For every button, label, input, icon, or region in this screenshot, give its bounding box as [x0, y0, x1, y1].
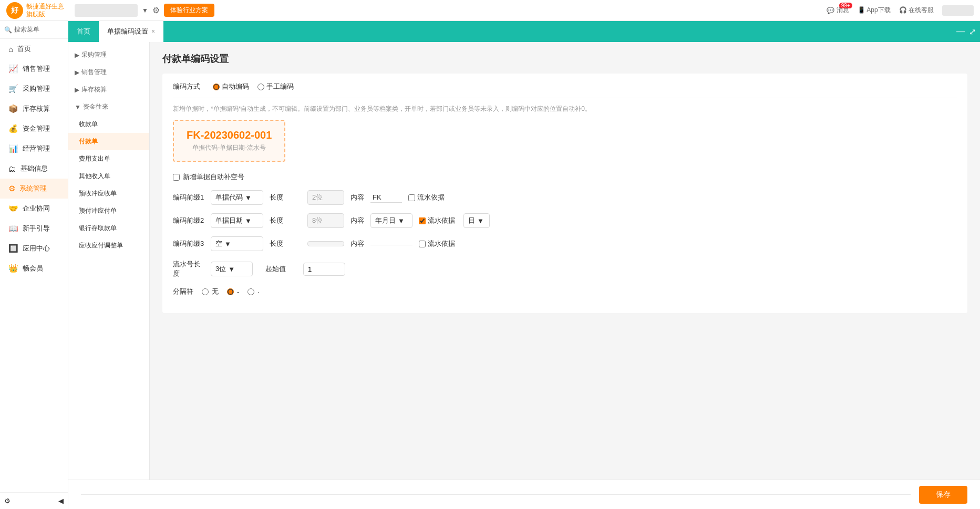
prefix2-select[interactable]: 单据日期 ▼: [211, 213, 263, 228]
member-icon: 👑: [8, 264, 18, 273]
sidebar-item-member[interactable]: 👑 畅会员: [0, 258, 68, 278]
save-button[interactable]: 保存: [919, 486, 967, 504]
separator-label: 分隔符: [173, 287, 193, 296]
sep-none-radio[interactable]: 无: [202, 287, 219, 296]
auto-fill-checkbox[interactable]: [173, 174, 180, 181]
prefix1-stream-checkbox[interactable]: 流水依据: [408, 193, 445, 202]
sub-item-receipts[interactable]: 收款单: [68, 116, 149, 133]
sub-item-expenses[interactable]: 费用支出单: [68, 150, 149, 168]
sidebar-item-cooperation[interactable]: 🤝 企业协同: [0, 199, 68, 219]
tab-home[interactable]: 首页: [68, 21, 99, 42]
code-preview-main: FK-20230602-001: [187, 129, 272, 141]
sub-group-inventory: ▶ 库存核算: [68, 81, 149, 98]
prefix1-content-label: 内容: [350, 193, 364, 202]
sub-group-funds: ▼ 资金往来 收款单 付款单 费用支出单 其他收入单 预收冲应收单 预付冲应付单…: [68, 98, 149, 254]
prefix2-content-label: 内容: [350, 216, 364, 225]
prefix1-content-value: FK: [370, 192, 402, 203]
sidebar-settings-icon[interactable]: ⚙: [4, 497, 11, 505]
manual-encoding-radio[interactable]: 手工编码: [257, 82, 294, 91]
page-content: 付款单编码设置 编码方式 自动编码 手工编码: [150, 42, 980, 480]
guide-icon: 📖: [8, 224, 18, 233]
prefix3-select[interactable]: 空 ▼: [211, 236, 263, 251]
sub-group-inventory-title[interactable]: ▶ 库存核算: [68, 81, 149, 98]
app-download-link[interactable]: 📱 App下载: [858, 6, 891, 15]
sidebar-item-guide[interactable]: 📖 新手引导: [0, 219, 68, 238]
messages-button[interactable]: 💬 消息 99+: [827, 6, 849, 15]
sub-item-prepay-pay[interactable]: 预付冲应付单: [68, 202, 149, 220]
sub-item-prepay-receive[interactable]: 预收冲应收单: [68, 185, 149, 202]
tab-bar-right: — ⤢: [956, 27, 980, 37]
message-badge: 99+: [839, 3, 852, 8]
prefix2-content-select[interactable]: 年月日 ▼: [370, 213, 412, 228]
sub-item-payable-adjust[interactable]: 应收应付调整单: [68, 237, 149, 254]
sidebar-item-basic[interactable]: 🗂 基础信息: [0, 159, 68, 179]
main-layout: 🔍 搜索菜单 ⌂ 首页 📈 销售管理 🛒 采购管理 📦 库存核算 💰 资金管理 …: [0, 21, 980, 509]
sub-group-sales-arrow: ▶: [75, 69, 79, 76]
logo-icon: 好: [6, 2, 23, 19]
home-icon: ⌂: [8, 45, 13, 54]
auto-encoding-radio[interactable]: 自动编码: [213, 82, 249, 91]
prefix3-content-value: [370, 243, 412, 245]
sub-group-funds-title[interactable]: ▼ 资金往来: [68, 98, 149, 116]
sep-dot-radio[interactable]: ·: [247, 288, 260, 296]
tab-encoding-settings[interactable]: 单据编码设置 ×: [99, 21, 163, 42]
prefix2-row: 编码前缀2 单据日期 ▼ 长度 8位 内容 年月日 ▼: [173, 213, 957, 228]
sub-item-other-income[interactable]: 其他收入单: [68, 168, 149, 185]
inventory-icon: 📦: [8, 104, 18, 113]
dropdown-button[interactable]: ▼: [142, 7, 148, 14]
sep-dash-radio[interactable]: -: [227, 288, 239, 296]
sidebar-item-appcenter[interactable]: 🔲 应用中心: [0, 238, 68, 258]
sub-sidebar: ▶ 采购管理 ▶ 销售管理 ▶ 库存核算: [68, 42, 150, 480]
sidebar-item-purchase[interactable]: 🛒 采购管理: [0, 79, 68, 99]
sub-group-purchase-arrow: ▶: [75, 51, 79, 59]
trial-button[interactable]: 体验行业方案: [164, 4, 214, 17]
logo-text: 畅捷通好生意 旗舰版: [26, 3, 64, 18]
sidebar-item-sales[interactable]: 📈 销售管理: [0, 59, 68, 79]
prefix3-label: 编码前缀3: [173, 239, 204, 248]
tab-bar: 首页 单据编码设置 × — ⤢: [68, 21, 980, 42]
serial-length-select[interactable]: 3位 ▼: [211, 262, 253, 276]
sidebar-collapse-icon[interactable]: ◀: [58, 497, 64, 505]
bottom-divider: [81, 494, 911, 495]
prefix2-stream-period-select[interactable]: 日 ▼: [463, 213, 490, 228]
prefix3-row: 编码前缀3 空 ▼ 长度 内容 流水依据: [173, 236, 957, 251]
serial-start-label: 起始值: [265, 264, 297, 274]
settings-button[interactable]: ⚙: [152, 5, 160, 15]
appcenter-icon: 🔲: [8, 244, 18, 253]
sidebar-search[interactable]: 🔍 搜索菜单: [0, 21, 68, 39]
sub-item-payments[interactable]: 付款单: [68, 133, 149, 150]
prefix1-length-label: 长度: [270, 193, 301, 202]
sub-group-sales-title[interactable]: ▶ 销售管理: [68, 64, 149, 81]
prefix3-stream-checkbox[interactable]: 流水依据: [419, 239, 455, 248]
online-service-link[interactable]: 🎧 在线客服: [899, 6, 934, 15]
sidebar-item-finance[interactable]: 💰 资金管理: [0, 119, 68, 139]
encoding-section: 编码方式 自动编码 手工编码 新增单据时，*单据编码: [162, 74, 967, 313]
purchase-icon: 🛒: [8, 84, 18, 94]
code-preview: FK-20230602-001 单据代码-单据日期-流水号: [173, 120, 285, 162]
encoding-label: 编码方式: [173, 82, 200, 91]
tab-expand-icon[interactable]: ⤢: [969, 27, 976, 37]
user-info[interactable]: [942, 5, 974, 16]
top-right: 💬 消息 99+ 📱 App下载 🎧 在线客服: [827, 5, 974, 16]
sidebar-item-inventory[interactable]: 📦 库存核算: [0, 99, 68, 119]
serial-start-input[interactable]: [303, 263, 345, 276]
sub-group-purchase-title[interactable]: ▶ 采购管理: [68, 46, 149, 64]
sales-icon: 📈: [8, 64, 18, 74]
sub-item-bank-deposit[interactable]: 银行存取款单: [68, 220, 149, 237]
sidebar-item-operations[interactable]: 📊 经营管理: [0, 139, 68, 159]
prefix3-content-label: 内容: [350, 239, 364, 248]
tab-minimize-icon[interactable]: —: [956, 27, 965, 36]
page-title: 付款单编码设置: [162, 53, 967, 65]
sidebar-item-home[interactable]: ⌂ 首页: [0, 39, 68, 59]
prefix2-stream-checkbox[interactable]: 流水依据: [419, 216, 455, 225]
content-area: 首页 单据编码设置 × — ⤢ ▶ 采购管理: [68, 21, 980, 509]
app-logo: 好 畅捷通好生意 旗舰版: [6, 2, 64, 19]
prefix1-select[interactable]: 单据代码 ▼: [211, 190, 263, 205]
sub-group-purchase: ▶ 采购管理: [68, 46, 149, 64]
sidebar: 🔍 搜索菜单 ⌂ 首页 📈 销售管理 🛒 采购管理 📦 库存核算 💰 资金管理 …: [0, 21, 68, 509]
sidebar-bottom: ⚙ ◀: [0, 492, 68, 509]
sub-group-sales: ▶ 销售管理: [68, 64, 149, 81]
auto-fill-checkbox-row[interactable]: 新增单据自动补空号: [173, 172, 957, 182]
sidebar-item-system[interactable]: ⚙ 系统管理: [0, 179, 68, 199]
tab-close-icon[interactable]: ×: [151, 28, 155, 35]
